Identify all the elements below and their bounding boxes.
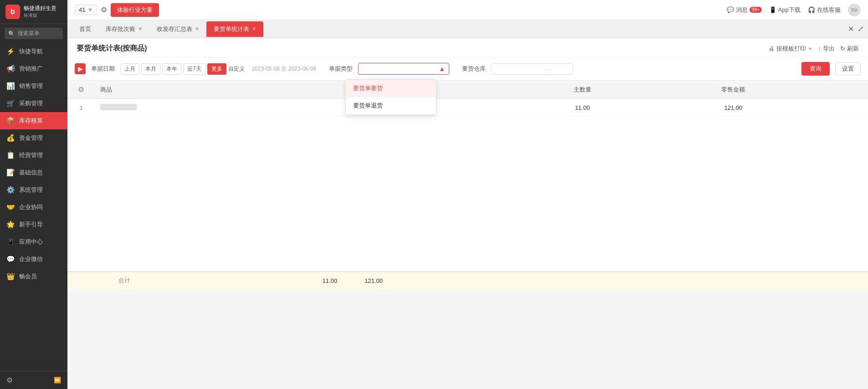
filter-expand-btn[interactable]: ▶ — [75, 63, 86, 74]
tab-requisition[interactable]: 要货单统计表 ✕ — [206, 21, 263, 37]
store-selector[interactable]: 41 ▼ — [75, 5, 97, 15]
industry-btn[interactable]: 体验行业方案 — [111, 3, 159, 17]
table-empty-space — [67, 117, 868, 271]
col-amount-header: 零售金额 — [651, 81, 816, 99]
page-content: 要货单统计表(按商品) 🖨 按模板打印 ▼ ↑ 导出 ↻ 刷新 ▶ — [67, 38, 868, 389]
date-filter-btns: 上月 本月 本年 近7天 更多 自定义 — [120, 63, 245, 75]
sidebar-item-finance[interactable]: 💰 资金管理 — [0, 129, 67, 147]
footer-amount: 121.00 — [337, 277, 383, 284]
tabbar: 首页 库存批次账 ✕ 收发存汇总表 ✕ 要货单统计表 ✕ ✕ ⤢ — [67, 20, 868, 38]
print-btn[interactable]: 🖨 按模板打印 ▼ — [769, 45, 813, 53]
refresh-label: 刷新 — [847, 45, 859, 53]
online-service-label: 在线客服 — [817, 6, 841, 14]
page-header: 要货单统计表(按商品) 🖨 按模板打印 ▼ ↑ 导出 ↻ 刷新 — [67, 38, 868, 57]
sidebar-item-marketing[interactable]: 📢 营销推广 — [0, 60, 67, 77]
sidebar-item-label: 资金管理 — [19, 134, 43, 142]
column-settings-icon[interactable]: ⚙ — [78, 86, 84, 93]
table-wrap: ⚙ 商品 主计量单位 主数量 零售金额 1 — [67, 81, 868, 117]
sidebar-collapse-btn[interactable]: ⏩ — [54, 377, 61, 384]
table-footer: 合计 11.00 121.00 — [67, 271, 868, 289]
type-dropdown: 要货单要货 要货单退货 — [345, 79, 437, 115]
sidebar-item-label: 企业协同 — [19, 203, 43, 211]
page-title: 要货单统计表(按商品) — [77, 44, 147, 53]
online-service-btn[interactable]: 🎧 在线客服 — [808, 6, 841, 14]
sidebar-item-vip[interactable]: 👑 畅会员 — [0, 268, 67, 285]
col-settings-header[interactable]: ⚙ — [67, 81, 95, 99]
marketing-icon: 📢 — [6, 65, 15, 73]
sidebar-settings-icon[interactable]: ⚙ — [6, 376, 13, 384]
sidebar-item-label: 营销推广 — [19, 65, 43, 73]
warehouse-filter-select[interactable]: ··· — [491, 63, 573, 75]
tab-home[interactable]: 首页 — [72, 21, 98, 37]
search-icon: 🔍 — [8, 31, 15, 37]
query-btn[interactable]: 查询 — [801, 62, 830, 76]
btn-recent7[interactable]: 近7天 — [183, 63, 205, 75]
btn-this-year[interactable]: 本年 — [162, 63, 181, 75]
tab-batch-close[interactable]: ✕ — [138, 26, 142, 32]
sales-icon: 📊 — [6, 82, 15, 90]
topbar-gear-icon[interactable]: ⚙ — [101, 5, 107, 14]
sidebar-search[interactable]: 🔍 搜索菜单 — [5, 28, 63, 39]
sidebar-item-appcenter[interactable]: 📱 应用中心 — [0, 233, 67, 251]
sidebar-item-label: 库存核算 — [19, 117, 43, 125]
messages-btn[interactable]: 💬 消息 99+ — [727, 6, 762, 14]
tab-summary-close[interactable]: ✕ — [195, 26, 199, 32]
messages-badge: 99+ — [750, 7, 762, 13]
app-download-btn[interactable]: 📱 App下载 — [769, 6, 801, 14]
btn-more[interactable]: 更多 — [207, 63, 226, 75]
cell-amount: 121.00 — [651, 99, 816, 117]
sidebar-item-newguide[interactable]: 🌟 新手引导 — [0, 216, 67, 233]
restore-btn[interactable]: ⤢ — [858, 25, 863, 33]
sidebar-item-sales[interactable]: 📊 销售管理 — [0, 77, 67, 95]
close-all-tabs-btn[interactable]: ✕ — [848, 25, 854, 33]
type-filter-input[interactable] — [362, 66, 439, 72]
sidebar-item-basic[interactable]: 📝 基础信息 — [0, 164, 67, 181]
tab-summary[interactable]: 收发存汇总表 ✕ — [149, 21, 206, 37]
sidebar-item-quicknav[interactable]: ⚡ 快捷导航 — [0, 43, 67, 60]
data-table: ⚙ 商品 主计量单位 主数量 零售金额 1 — [67, 81, 868, 117]
service-icon: 🎧 — [808, 6, 815, 13]
dropdown-item-return[interactable]: 要货单退货 — [346, 97, 436, 114]
cell-product — [95, 99, 321, 117]
page-header-actions: 🖨 按模板打印 ▼ ↑ 导出 ↻ 刷新 — [769, 45, 859, 53]
filter-bar: ▶ 单据日期 上月 本月 本年 近7天 更多 自定义 2023-05-06 至 … — [67, 57, 868, 81]
btn-this-month[interactable]: 本月 — [141, 63, 160, 75]
sidebar-item-wechat[interactable]: 💬 企业微信 — [0, 251, 67, 268]
message-icon: 💬 — [727, 6, 734, 13]
col-product-header: 商品 — [95, 81, 321, 99]
btn-last-month[interactable]: 上月 — [120, 63, 139, 75]
sidebar-item-label: 新手引导 — [19, 220, 43, 229]
sidebar-logo: b 畅捷通好生意 标准版 — [0, 0, 67, 24]
topbar-left: 41 ▼ ⚙ 体验行业方案 — [75, 3, 159, 17]
sidebar-item-inventory[interactable]: 📦 库存核算 — [0, 112, 67, 129]
tabbar-actions: ✕ ⤢ — [848, 25, 863, 33]
warehouse-more-icon[interactable]: ··· — [545, 66, 569, 72]
user-avatar-btn[interactable]: Rit — [848, 4, 861, 16]
refresh-btn[interactable]: ↻ 刷新 — [840, 45, 859, 53]
tab-batch[interactable]: 库存批次账 ✕ — [98, 21, 149, 37]
sidebar-item-label: 企业微信 — [19, 255, 43, 263]
tab-requisition-close[interactable]: ✕ — [252, 26, 256, 32]
sidebar-item-enterprise[interactable]: 🤝 企业协同 — [0, 199, 67, 216]
vip-icon: 👑 — [6, 272, 15, 281]
type-filter-label: 单据类型 — [329, 65, 353, 73]
operation-icon: 📋 — [6, 151, 15, 159]
export-btn[interactable]: ↑ 导出 — [818, 45, 835, 53]
main-content: 41 ▼ ⚙ 体验行业方案 💬 消息 99+ 📱 App下载 🎧 在线客服 — [67, 0, 868, 389]
tab-summary-label: 收发存汇总表 — [157, 25, 192, 33]
basic-icon: 📝 — [6, 169, 15, 177]
sidebar-item-system[interactable]: ⚙️ 系统管理 — [0, 181, 67, 199]
type-filter-select[interactable]: ▲ — [358, 63, 449, 75]
sidebar-item-purchase[interactable]: 🛒 采购管理 — [0, 95, 67, 112]
btn-custom[interactable]: 自定义 — [228, 65, 245, 73]
sidebar-item-operation[interactable]: 📋 经营管理 — [0, 147, 67, 164]
settings-btn[interactable]: 设置 — [835, 62, 861, 76]
app-icon: 📱 — [769, 6, 776, 13]
type-chevron-up-icon[interactable]: ▲ — [439, 65, 445, 72]
sidebar-search-label: 搜索菜单 — [18, 30, 40, 37]
dropdown-item-order[interactable]: 要货单要货 — [346, 80, 436, 97]
sidebar-item-label: 应用中心 — [19, 238, 43, 246]
table-row: 1 块 11.00 121.00 — [67, 99, 868, 117]
finance-icon: 💰 — [6, 134, 15, 142]
footer-quantity: 11.00 — [292, 277, 337, 284]
